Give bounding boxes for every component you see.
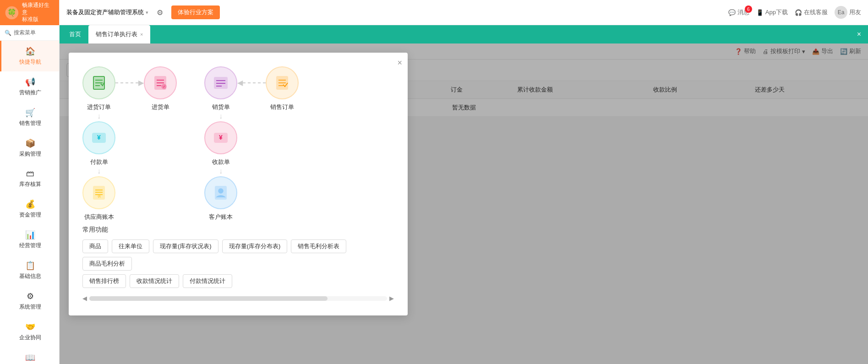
- quick-nav-modal: ×: [69, 53, 408, 315]
- topbar-right: 💬 消息 6 📱 App下载 🎧 在线客服 Ea 用友: [728, 6, 861, 19]
- sidebar-item-sales[interactable]: 🛒 销售管理: [0, 102, 59, 133]
- customer-account-label: 客户账本: [209, 213, 233, 221]
- message-btn[interactable]: 💬 消息 6: [728, 8, 749, 16]
- func-btn-receipt-stats[interactable]: 收款情况统计: [130, 274, 179, 288]
- sidebar-item-newbie[interactable]: 📖 新手引导: [0, 347, 59, 364]
- receipt-label: 收款单: [212, 158, 230, 166]
- home-icon: 🏠: [25, 46, 35, 56]
- message-icon: 💬: [728, 9, 736, 16]
- user-menu[interactable]: Ea 用友: [835, 6, 861, 19]
- scroll-left-icon[interactable]: ◀: [82, 295, 87, 302]
- avatar: Ea: [835, 6, 847, 19]
- func-btn-sales-rank[interactable]: 销售排行榜: [82, 274, 126, 288]
- search-icon: 🔍: [5, 30, 11, 36]
- dropdown-arrow-icon: ▾: [146, 10, 148, 16]
- func-btn-payment-stats[interactable]: 付款情况统计: [183, 274, 232, 288]
- sidebar-item-inventory[interactable]: 🗃 库存核算: [0, 163, 59, 194]
- flow-node-sales-bill[interactable]: 销货单: [204, 66, 237, 111]
- logo-text: 畅康通好生意 标准版: [22, 2, 55, 23]
- modal-close-btn[interactable]: ×: [397, 58, 402, 68]
- svg-rect-20: [214, 77, 227, 88]
- megaphone-icon: 📢: [25, 77, 35, 87]
- sidebar-item-basic-info[interactable]: 📋 基础信息: [0, 255, 59, 286]
- arrow-down-3: ↓: [219, 112, 223, 120]
- func-btn-product-margin[interactable]: 商品毛利分析: [82, 257, 132, 271]
- arrow-down-2: ↓: [97, 167, 101, 175]
- cart-icon: 🛒: [25, 108, 35, 118]
- flow-node-purchase-bill[interactable]: ✓ 进货单: [144, 66, 177, 111]
- arrow-down-4: ↓: [219, 167, 223, 175]
- scroll-right-icon[interactable]: ▶: [389, 295, 394, 302]
- tabbar-close-btn[interactable]: ×: [852, 30, 866, 38]
- modal-overlay: ×: [60, 43, 868, 364]
- func-btn-sales-margin[interactable]: 销售毛利分析表: [291, 239, 346, 253]
- svg-text:¥: ¥: [219, 134, 223, 141]
- func-btn-stock-status[interactable]: 现存量(库存状况表): [153, 239, 218, 253]
- purchase-order-label: 进货订单: [87, 103, 111, 111]
- sales-bill-icon: [204, 66, 237, 99]
- online-service-btn[interactable]: 🎧 在线客服: [795, 8, 828, 16]
- flow-node-payment[interactable]: ¥ 付款单: [82, 121, 115, 166]
- func-btn-partner[interactable]: 往来单位: [112, 239, 149, 253]
- handshake-icon: 🤝: [25, 322, 35, 332]
- svg-point-27: [218, 189, 223, 193]
- payment-label: 付款单: [90, 158, 108, 166]
- svg-text:供: 供: [98, 195, 101, 198]
- arrow-h-2: ◀: [237, 66, 266, 87]
- sidebar-item-enterprise[interactable]: 🤝 企业协同: [0, 316, 59, 347]
- app-download-btn[interactable]: 📱 App下载: [756, 8, 788, 16]
- modal-scrollbar-area: ◀ ▶: [82, 295, 394, 302]
- flow-diagram: 进货订单 ↓ ¥: [82, 66, 394, 221]
- svg-text:✓: ✓: [163, 85, 166, 89]
- arrow-h-1: ▶: [115, 66, 144, 87]
- customer-icon: [204, 176, 237, 209]
- tabbar: 首页 销售订单执行表 × ×: [60, 25, 868, 43]
- scrollbar-thumb[interactable]: [89, 296, 328, 301]
- tab-sales-order[interactable]: 销售订单执行表 ×: [88, 25, 150, 43]
- flow-node-supplier-account[interactable]: 供 供应商账本: [82, 176, 115, 221]
- sales-bill-label: 销货单: [212, 103, 230, 111]
- app-logo: 🍀 畅康通好生意 标准版: [0, 0, 59, 25]
- sidebar-item-purchase[interactable]: 📦 采购管理: [0, 133, 59, 163]
- common-functions: 常用功能 商品 往来单位 现存量(库存状况表) 现存量(库存分布表) 销售毛利分…: [82, 226, 394, 288]
- box-icon: 📦: [25, 138, 35, 148]
- content-area: ❓ 帮助 🖨 按模板打印 ▾ 📤 导出 🔄 刷新: [60, 43, 868, 364]
- tab-close-icon[interactable]: ×: [140, 32, 143, 37]
- sidebar-item-system[interactable]: ⚙ 系统管理: [0, 286, 59, 316]
- search-menu[interactable]: 🔍 搜索菜单: [0, 25, 59, 41]
- download-icon: 📱: [756, 9, 764, 16]
- flow-right-col: 销售订单: [266, 66, 299, 111]
- arrow-down-1: ↓: [97, 112, 101, 120]
- sales-order-icon: [266, 66, 299, 99]
- flow-mid-right-col: 销货单 ↓ ¥: [204, 66, 237, 221]
- sidebar-item-finance[interactable]: 💰 资金管理: [0, 194, 59, 224]
- system-title-dropdown[interactable]: 装备及固定资产辅助管理系统 ▾: [66, 8, 148, 16]
- common-funcs-title: 常用功能: [82, 226, 394, 234]
- svg-text:¥: ¥: [97, 134, 101, 141]
- system-title: 装备及固定资产辅助管理系统: [66, 8, 144, 16]
- func-btn-product[interactable]: 商品: [82, 239, 108, 253]
- payment-icon: ¥: [82, 121, 115, 154]
- flow-node-purchase-order[interactable]: 进货订单: [82, 66, 115, 111]
- sidebar-item-quick-nav[interactable]: 🏠 快捷导航: [0, 41, 59, 71]
- sales-order-label: 销售订单: [270, 103, 294, 111]
- book-icon: 📖: [25, 353, 35, 363]
- tab-home[interactable]: 首页: [62, 25, 88, 43]
- func-buttons: 商品 往来单位 现存量(库存状况表) 现存量(库存分布表) 销售毛利分析表 商品…: [82, 239, 394, 271]
- purchase-bill-icon: ✓: [144, 66, 177, 99]
- settings-button[interactable]: ⚙: [153, 5, 167, 19]
- flow-node-sales-order[interactable]: 销售订单: [266, 66, 299, 111]
- experience-btn[interactable]: 体验行业方案: [171, 5, 220, 19]
- flow-left-col: 进货订单 ↓ ¥: [82, 66, 115, 221]
- supplier-icon: 供: [82, 176, 115, 209]
- func-btn-stock-dist[interactable]: 现存量(库存分布表): [222, 239, 288, 253]
- purchase-order-icon: [82, 66, 115, 99]
- scrollbar-track[interactable]: [89, 296, 387, 301]
- flow-node-customer-account[interactable]: 客户账本: [204, 176, 237, 221]
- topbar: 装备及固定资产辅助管理系统 ▾ ⚙ 体验行业方案 💬 消息 6 📱 App下载 …: [60, 0, 868, 25]
- sidebar-item-marketing[interactable]: 📢 营销推广: [0, 71, 59, 102]
- sidebar-item-operations[interactable]: 📊 经营管理: [0, 224, 59, 255]
- clipboard-icon: 📋: [25, 261, 35, 271]
- supplier-account-label: 供应商账本: [84, 213, 114, 221]
- flow-node-receipt[interactable]: ¥ 收款单: [204, 121, 237, 166]
